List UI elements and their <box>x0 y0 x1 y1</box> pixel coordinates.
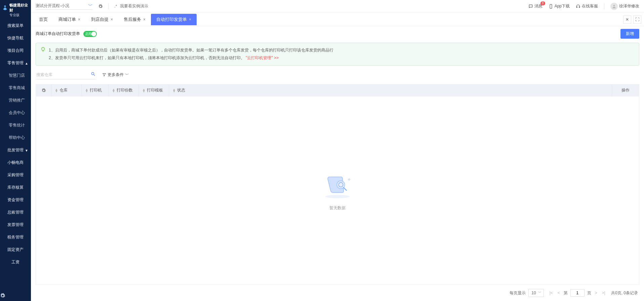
cloud-printer-manage-link[interactable]: "云打印机管理" >> <box>246 55 279 60</box>
close-icon[interactable]: × <box>78 17 80 22</box>
sparkle-icon <box>114 4 119 9</box>
col-status[interactable]: ▲▼状态 <box>169 84 612 97</box>
close-icon[interactable]: × <box>189 17 191 22</box>
sidebar-item-16[interactable]: 发票管理 <box>0 219 31 231</box>
brand-icon <box>2 5 8 11</box>
page-input[interactable] <box>570 289 585 297</box>
sidebar-menu: 搜索菜单快捷导航项目合同零售管理▲智慧门店零售商城营销推广会员中心零售统计帮助中… <box>0 20 31 290</box>
sidebar-settings[interactable] <box>0 290 31 301</box>
tab-2[interactable]: 到店自提× <box>86 14 118 25</box>
sidebar-item-13[interactable]: 库存核算 <box>0 181 31 194</box>
sidebar-item-6[interactable]: 营销推广 <box>0 94 31 107</box>
empty-state: 暂无数据 <box>36 97 639 285</box>
headset-icon <box>576 4 580 9</box>
prev-page[interactable]: < <box>557 291 561 295</box>
search-icon[interactable] <box>91 72 95 76</box>
auto-print-toggle-label: 商城订单自动打印发货单 <box>36 31 80 37</box>
filter-icon <box>102 73 106 77</box>
caret-icon: ▼ <box>25 148 28 152</box>
svg-line-7 <box>344 187 346 190</box>
svg-line-3 <box>94 74 95 76</box>
service-button[interactable]: 在线客服 <box>576 3 598 9</box>
sidebar-item-8[interactable]: 零售统计 <box>0 119 31 131</box>
fullscreen-toggle[interactable]: ⛶ <box>633 15 641 24</box>
sidebar-item-0[interactable]: 搜索菜单 <box>0 20 31 32</box>
tab-4[interactable]: 自动打印发货单× <box>151 14 197 25</box>
chevron-down-icon: ﹀ <box>88 3 93 9</box>
app-download-label: App下载 <box>555 3 570 9</box>
next-page[interactable]: > <box>594 291 598 295</box>
sidebar-item-9[interactable]: 帮助中心 <box>0 131 31 144</box>
empty-text: 暂无数据 <box>329 205 346 211</box>
message-button[interactable]: 消息 8 <box>528 3 542 9</box>
sidebar-item-4[interactable]: 智慧门店 <box>0 69 31 82</box>
brand-name: 畅捷通好业财 <box>9 3 29 13</box>
brand-logo: 畅捷通好业财 <box>0 0 31 14</box>
user-menu[interactable]: 徐泽华修改 <box>610 3 639 10</box>
sidebar-item-17[interactable]: 税务管理 <box>0 231 31 243</box>
tab-3[interactable]: 售后服务× <box>118 14 151 25</box>
more-conditions-label: 更多条件 <box>108 72 124 78</box>
col-operation: 操作 <box>612 84 639 97</box>
phone-icon <box>549 4 553 9</box>
org-settings-icon[interactable] <box>98 4 103 9</box>
close-all-tabs[interactable]: ✕ <box>623 15 631 24</box>
sidebar-item-11[interactable]: 小畅电商 <box>0 156 31 169</box>
sort-icon: ▲▼ <box>85 88 88 92</box>
sidebar-item-18[interactable]: 固定资产 <box>0 243 31 256</box>
sidebar-item-10[interactable]: 批发管理▼ <box>0 144 31 156</box>
col-copies[interactable]: ▲▼打印份数 <box>109 84 139 97</box>
col-template[interactable]: ▲▼打印模板 <box>139 84 169 97</box>
topbar: 测试分开流程-小况 ﹀ 我要看实例演示 消息 8 App下载 <box>31 0 644 13</box>
sidebar-item-14[interactable]: 资金管理 <box>0 194 31 206</box>
message-icon <box>528 4 533 9</box>
close-icon[interactable]: × <box>111 17 113 22</box>
page-size-select[interactable]: 10 <box>528 289 544 297</box>
column-settings[interactable] <box>36 84 51 97</box>
sidebar: 畅捷通好业财 专业版 搜索菜单快捷导航项目合同零售管理▲智慧门店零售商城营销推广… <box>0 0 31 301</box>
close-icon[interactable]: × <box>143 17 146 22</box>
top-actions: 消息 8 App下载 在线客服 徐泽华修改 <box>528 3 639 10</box>
col-printer[interactable]: ▲▼打印机 <box>82 84 109 97</box>
tab-label: 首页 <box>39 16 48 23</box>
org-name: 测试分开流程-小况 <box>36 3 69 9</box>
app-download-button[interactable]: App下载 <box>549 3 570 9</box>
warehouse-search-input[interactable] <box>36 70 96 79</box>
sidebar-item-12[interactable]: 采购管理 <box>0 169 31 181</box>
tab-label: 到店自提 <box>91 16 109 23</box>
sidebar-item-7[interactable]: 会员中心 <box>0 107 31 119</box>
first-page[interactable]: |< <box>549 291 554 295</box>
sidebar-item-5[interactable]: 零售商城 <box>0 82 31 94</box>
sidebar-item-1[interactable]: 快捷导航 <box>0 32 31 44</box>
sidebar-item-3[interactable]: 零售管理▲ <box>0 57 31 69</box>
sort-icon: ▲▼ <box>142 88 146 92</box>
sidebar-item-15[interactable]: 总账管理 <box>0 206 31 219</box>
tip-line-1: 1、启用后，商城下单付款成功后（如果有审核是在审核之后），自动打印发货单。如果一… <box>49 46 333 54</box>
service-label: 在线客服 <box>582 3 598 9</box>
auto-print-toggle[interactable]: 启用 <box>83 31 97 37</box>
page-size: 每页显示 10 <box>510 289 544 297</box>
sort-icon: ▲▼ <box>55 88 58 92</box>
more-conditions[interactable]: 更多条件 ﹀ <box>102 72 129 78</box>
empty-illustration-icon <box>321 170 354 200</box>
toggle-on-text: 启用 <box>85 32 92 36</box>
tip-line-2: 2、发货单只可用云打印机来打，如果只有本地打印机，须将本地打印机添加为云打印机，… <box>49 54 333 62</box>
sidebar-item-2[interactable]: 项目合同 <box>0 44 31 57</box>
col-warehouse[interactable]: ▲▼仓库 <box>51 84 82 97</box>
pager: 每页显示 10 |< < 第 页 > >| 共0页, 0条记录 <box>31 285 644 301</box>
separator <box>108 3 109 9</box>
sort-icon: ▲▼ <box>172 88 176 92</box>
sidebar-item-19[interactable]: 工资 <box>0 256 31 268</box>
last-page[interactable]: >| <box>601 291 606 295</box>
svg-point-2 <box>91 72 94 75</box>
message-badge: 8 <box>540 1 545 5</box>
page-nav: |< < 第 页 > >| <box>549 289 606 297</box>
separator <box>604 3 604 9</box>
demo-link[interactable]: 我要看实例演示 <box>114 3 148 9</box>
tab-1[interactable]: 商城订单× <box>53 14 86 25</box>
org-selector[interactable]: 测试分开流程-小况 ﹀ <box>36 3 93 10</box>
tip-box: 1、启用后，商城下单付款成功后（如果有审核是在审核之后），自动打印发货单。如果一… <box>36 43 639 66</box>
warehouse-search <box>36 70 96 79</box>
tab-0[interactable]: 首页 <box>34 14 53 25</box>
new-button[interactable]: 新增 <box>620 29 639 39</box>
